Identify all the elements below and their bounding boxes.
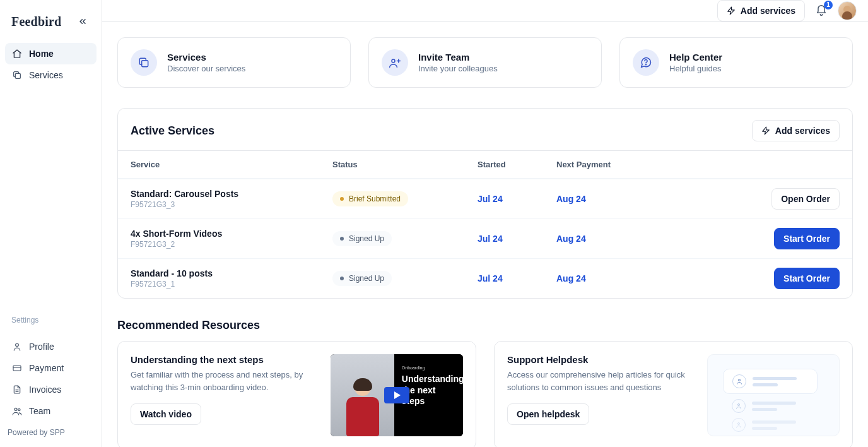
active-services-title: Active Services <box>131 124 214 138</box>
svg-rect-2 <box>13 366 21 371</box>
started-date[interactable]: Jul 24 <box>478 234 556 244</box>
status-pill: Signed Up <box>332 231 392 246</box>
sidebar-item-label: Payment <box>29 363 64 373</box>
card-icon <box>11 362 23 374</box>
next-payment-date[interactable]: Aug 24 <box>556 234 683 244</box>
table-row: Standard: Carousel Posts F95721G3_3 Brie… <box>118 179 852 218</box>
user-avatar[interactable] <box>838 1 857 20</box>
svg-point-12 <box>738 423 740 425</box>
service-id: F95721G3_3 <box>131 200 332 209</box>
start-order-button[interactable]: Start Order <box>774 268 840 289</box>
copy-icon <box>11 69 23 81</box>
service-name[interactable]: Standard: Carousel Posts <box>131 189 332 199</box>
video-tag: Onboarding <box>402 366 455 370</box>
recommended-row: Understanding the next steps Get familia… <box>115 341 855 447</box>
sidebar: Feedbird Home Services Settings Profile <box>0 0 102 447</box>
card-desc: Helpful guides <box>669 64 722 73</box>
service-id: F95721G3_1 <box>131 280 332 289</box>
sidebar-item-home[interactable]: Home <box>5 43 97 64</box>
chevrons-left-icon <box>78 16 88 27</box>
svg-point-11 <box>738 404 740 406</box>
settings-nav: Profile Payment Invoices Team <box>5 336 97 422</box>
svg-rect-0 <box>15 73 20 78</box>
add-services-button[interactable]: Add services <box>717 0 805 21</box>
card-services[interactable]: Services Discover our services <box>117 37 351 88</box>
sidebar-item-payment[interactable]: Payment <box>5 357 97 379</box>
card-invite-team[interactable]: Invite Team Invite your colleagues <box>368 37 602 88</box>
col-status: Status <box>332 160 478 169</box>
svg-marker-5 <box>728 7 735 15</box>
next-payment-date[interactable]: Aug 24 <box>556 273 683 283</box>
bolt-icon <box>727 6 736 15</box>
file-icon <box>11 384 23 395</box>
card-desc: Invite your colleagues <box>418 64 498 73</box>
rec-card-title: Support Helpdesk <box>507 354 691 365</box>
active-services-panel: Active Services Add services Service Sta… <box>117 108 853 299</box>
sidebar-item-label: Invoices <box>29 384 61 395</box>
main: Add services 1 Services Discover our ser… <box>102 0 868 447</box>
users-icon <box>11 405 23 417</box>
sidebar-item-services[interactable]: Services <box>5 64 97 86</box>
home-icon <box>11 48 23 59</box>
settings-section-label: Settings <box>5 312 97 328</box>
content: Services Discover our services Invite Te… <box>102 22 868 447</box>
status-text: Signed Up <box>349 274 384 283</box>
services-card-icon <box>131 49 157 76</box>
brand-row: Feedbird <box>5 10 97 38</box>
play-icon <box>384 387 409 403</box>
status-pill: Signed Up <box>332 271 392 286</box>
status-dot-icon <box>340 197 344 201</box>
sidebar-item-profile[interactable]: Profile <box>5 336 97 357</box>
card-title: Invite Team <box>418 52 498 63</box>
panel-add-services-button[interactable]: Add services <box>752 120 840 141</box>
svg-point-1 <box>16 343 19 347</box>
status-text: Brief Submitted <box>349 194 401 203</box>
help-card-icon <box>633 49 659 76</box>
recommended-title: Recommended Resources <box>115 319 855 341</box>
sidebar-item-label: Profile <box>29 342 54 352</box>
table-header: Service Status Started Next Payment <box>118 150 852 179</box>
open-order-button[interactable]: Open Order <box>771 188 840 210</box>
primary-nav: Home Services <box>5 43 97 86</box>
col-started: Started <box>478 160 556 169</box>
collapse-sidebar-button[interactable] <box>75 14 90 29</box>
sidebar-item-invoices[interactable]: Invoices <box>5 379 97 400</box>
svg-marker-9 <box>763 127 770 134</box>
add-services-label: Add services <box>741 6 795 16</box>
open-helpdesk-button[interactable]: Open helpdesk <box>507 403 589 425</box>
started-date[interactable]: Jul 24 <box>478 273 556 283</box>
notification-badge: 1 <box>824 1 833 9</box>
sidebar-item-team[interactable]: Team <box>5 400 97 422</box>
next-payment-date[interactable]: Aug 24 <box>556 194 683 204</box>
svg-point-8 <box>646 64 647 65</box>
sidebar-item-label: Services <box>29 70 63 80</box>
table-row: 4x Short-Form Videos F95721G3_2 Signed U… <box>118 218 852 258</box>
service-id: F95721G3_2 <box>131 240 332 249</box>
card-title: Help Center <box>669 52 722 63</box>
bolt-icon <box>761 126 770 135</box>
status-dot-icon <box>340 277 344 280</box>
person-icon <box>732 374 746 388</box>
footer-credit: Powered by SPP <box>5 422 97 439</box>
svg-point-3 <box>15 408 17 410</box>
recommended-card-video: Understanding the next steps Get familia… <box>117 341 476 447</box>
panel-header: Active Services Add services <box>118 109 852 150</box>
services-table: Service Status Started Next Payment Stan… <box>118 150 852 298</box>
service-name[interactable]: 4x Short-Form Videos <box>131 229 332 239</box>
card-help-center[interactable]: Help Center Helpful guides <box>619 37 853 88</box>
card-desc: Discover our services <box>167 64 245 73</box>
service-name[interactable]: Standard - 10 posts <box>131 268 332 278</box>
svg-point-4 <box>18 408 20 410</box>
sidebar-item-label: Home <box>29 49 54 59</box>
started-date[interactable]: Jul 24 <box>478 194 556 204</box>
start-order-button[interactable]: Start Order <box>774 228 840 249</box>
notifications-button[interactable]: 1 <box>814 3 829 18</box>
table-row: Standard - 10 posts F95721G3_1 Signed Up… <box>118 258 852 298</box>
add-services-label: Add services <box>775 126 830 136</box>
recommended-card-helpdesk: Support Helpdesk Access our comprehensiv… <box>494 341 853 447</box>
person-icon <box>732 418 746 432</box>
col-next: Next Payment <box>556 160 683 169</box>
onboarding-video-thumbnail[interactable]: Onboarding Understanding the next steps <box>331 354 463 436</box>
watch-video-button[interactable]: Watch video <box>131 403 201 425</box>
status-pill: Brief Submitted <box>332 191 408 206</box>
